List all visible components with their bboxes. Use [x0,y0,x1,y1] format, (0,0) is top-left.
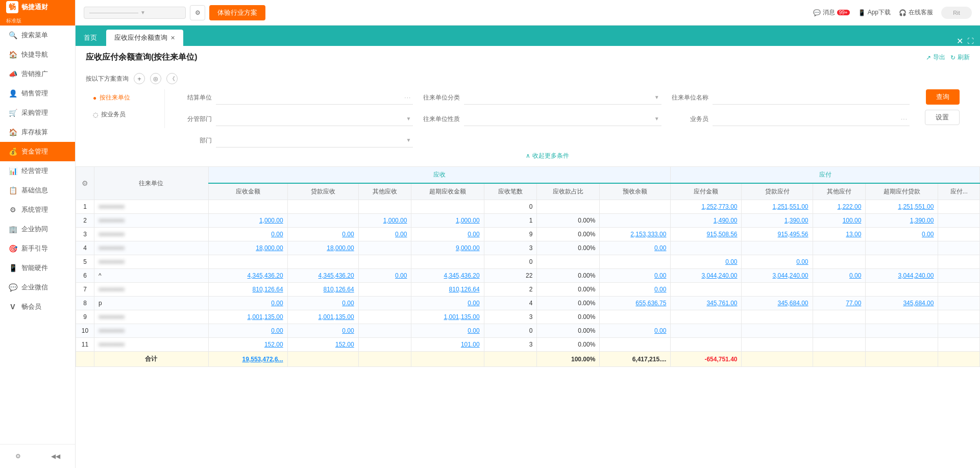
export-button[interactable]: ↗ 导出 [926,53,945,62]
sidebar-item-wechat[interactable]: 💬 企业微信 [0,278,75,297]
rec-count-header: 应收笔数 [484,183,537,200]
collapse-scheme-button[interactable]: 《 [166,73,178,84]
sidebar-item-purchase[interactable]: 🛒 采购管理 [0,103,75,122]
tab-close-icon[interactable]: ✕ [170,35,175,41]
edit-scheme-button[interactable]: ◎ [150,73,161,84]
app-logo-icon: 畅 [6,1,18,13]
query-buttons-col: 查询 设置 [925,89,970,125]
nav-by-partner-icon: ● [93,94,96,102]
sidebar-item-basic[interactable]: 📋 基础信息 [0,181,75,200]
data-table: ⚙ 往来单位 应收 应付 应收金额 贷款应收 其他应收 超期应收金额 [76,166,980,367]
collapse-icon: ∧ [526,152,530,159]
collapse-label: 收起更多条件 [532,152,569,160]
sidebar-label-marketing: 营销推广 [21,69,48,79]
set-button[interactable]: 设置 [925,110,960,125]
member-icon: V [8,303,17,311]
pay-amount-header: 应付金额 [671,183,742,200]
add-scheme-button[interactable]: + [134,73,145,84]
tab-expand-icon[interactable]: ⛶ [967,37,974,45]
sidebar-item-enterprise[interactable]: 🏢 企业协同 [0,219,75,239]
salesperson-input[interactable]: ··· [713,112,910,126]
refresh-button[interactable]: ↻ 刷新 [950,53,970,62]
partner-nature-input[interactable]: ▼ [464,112,661,126]
sidebar-item-capital[interactable]: 💰 资金管理 [0,142,75,161]
partner-col-header: 往来单位 [94,167,209,200]
settlement-unit-label: 结算单位 [175,93,216,102]
dots-icon: ··· [404,94,411,101]
total-row-settings [76,352,94,367]
dots-icon2: ··· [901,115,908,122]
table-row: 1■■■■■■■01,252,773.001,251,551.001,222.0… [76,200,980,214]
sidebar-item-hardware[interactable]: 📱 智能硬件 [0,258,75,278]
filter-scheme-row: 按以下方案查询 + ◎ 《 [86,73,970,84]
chevron-down-icon4: ▼ [406,137,411,143]
sidebar-item-search[interactable]: 🔍 搜索菜单 [0,26,75,45]
sidebar-item-member[interactable]: V 畅会员 [0,297,75,316]
sidebar-collapse-btn[interactable]: ◀◀ [43,449,68,464]
settlement-unit-input[interactable]: ··· [216,90,413,105]
tab-query[interactable]: 应收应付余额查询 ✕ [106,30,183,46]
page-content: 应收应付余额查询(按往来单位) ↗ 导出 ↻ 刷新 [76,46,980,468]
user-avatar[interactable]: Rit [941,7,972,19]
sidebar-item-guide[interactable]: 🎯 新手引导 [0,239,75,258]
gear-button[interactable]: ⚙ [190,5,205,20]
table-row: 10■■■■■■■0.000.000.0000.00%0.00 [76,324,980,338]
pay-other-header: 其他应付 [813,183,866,200]
partner-nature-label: 往来单位性质 [423,115,464,124]
online-service-action[interactable]: 🎧 在线客服 [899,8,933,17]
inventory-icon: 🏠 [8,128,17,136]
query-button[interactable]: 查询 [926,89,960,105]
table-settings-icon[interactable]: ⚙ [82,179,88,187]
prepay-balance-header: 预收余额 [600,183,671,200]
sidebar-label-sales: 销售管理 [21,89,48,98]
top-nav-left: ———————— ▼ ⚙ 体验行业方案 [84,5,808,20]
main-content: ———————— ▼ ⚙ 体验行业方案 💬 消息 99+ 📱 App下载 🎧 [76,0,980,468]
total-rec-loan [287,352,358,367]
solution-button[interactable]: 体验行业方案 [209,5,265,20]
filter-grid: 结算单位 ··· 往来单位分类 ▼ [175,89,920,149]
guide-icon: 🎯 [8,244,17,253]
home-icon: 🏠 [8,51,17,59]
nav-by-salesperson[interactable]: ◌ 按业务员 [86,106,164,123]
sidebar-label-quicknav: 快捷导航 [21,50,48,59]
filter-partner-nature: 往来单位性质 ▼ [423,111,671,127]
total-row: 合计 19,553,472,6... 100.00% 6,417,215....… [76,352,980,367]
settings-bottom-icon: ⚙ [15,453,21,460]
dept-input[interactable]: ▼ [216,133,413,147]
sidebar-item-sales[interactable]: 👤 销售管理 [0,84,75,103]
sidebar-label-wechat: 企业微信 [21,283,48,292]
sidebar-item-marketing[interactable]: 📣 营销推广 [0,64,75,84]
sidebar-item-quicknav[interactable]: 🏠 快捷导航 [0,45,75,64]
receivable-group-header: 应收 [208,167,671,184]
message-action[interactable]: 💬 消息 99+ [813,8,850,17]
basic-icon: 📋 [8,186,17,194]
total-rec-ratio: 100.00% [537,352,600,367]
sidebar-label-search: 搜索菜单 [21,31,48,40]
sidebar-item-system[interactable]: ⚙ 系统管理 [0,200,75,219]
refresh-label: 刷新 [958,53,970,62]
sidebar-settings-btn[interactable]: ⚙ [7,449,29,464]
tab-close-window-icon[interactable]: ✕ [957,36,963,46]
capital-icon: 💰 [8,147,17,156]
sidebar-bottom: ⚙ ◀◀ [0,444,75,468]
branch-dept-label: 分管部门 [175,115,216,124]
sidebar-item-operation[interactable]: 📊 经营管理 [0,161,75,181]
tab-query-label: 应收应付余额查询 [114,33,167,42]
total-pay-other [813,352,866,367]
sidebar-item-inventory[interactable]: 🏠 库存核算 [0,122,75,142]
app-logo: 畅 畅捷通财 标准版 [0,0,75,26]
download-icon: 📱 [858,9,866,16]
branch-dept-input[interactable]: ▼ [216,112,413,126]
partner-category-input[interactable]: ▼ [464,90,661,105]
nav-by-partner[interactable]: ● 按往来单位 [86,89,164,106]
table-row: 7■■■■■■■810,126.64810,126.64810,126.6420… [76,283,980,297]
app-download-action[interactable]: 📱 App下载 [858,8,891,17]
sales-icon: 👤 [8,89,17,97]
table-row: 2■■■■■■■1,000.001,000.001,000.0010.00%1,… [76,214,980,228]
rec-other-header: 其他应收 [358,183,411,200]
collapse-bar[interactable]: ∧ 收起更多条件 [175,149,920,164]
tab-home[interactable]: 首页 [76,30,105,46]
partner-name-input[interactable] [713,90,910,105]
table-body: 1■■■■■■■01,252,773.001,251,551.001,222.0… [76,200,980,352]
filter-area: 按以下方案查询 + ◎ 《 ● 按往来单位 [76,68,980,164]
